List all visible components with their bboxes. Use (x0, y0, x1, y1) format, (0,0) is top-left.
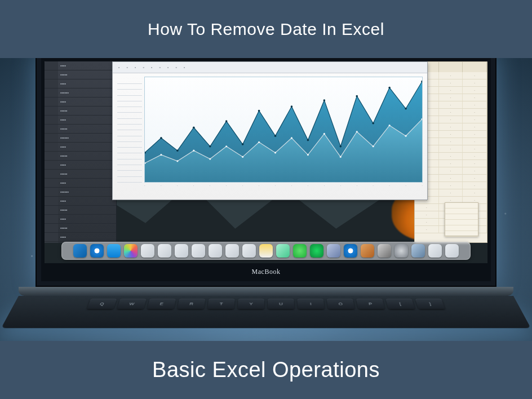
dock-icon-safari[interactable] (90, 244, 104, 258)
svg-point-12 (340, 145, 342, 148)
key-Q: Q (87, 299, 117, 309)
svg-point-19 (160, 154, 162, 156)
dock-icon-app13[interactable] (428, 244, 442, 258)
dock-icon-app10[interactable] (361, 244, 374, 258)
svg-point-34 (405, 135, 406, 137)
dock-icon-mail[interactable] (107, 244, 121, 258)
svg-point-30 (340, 156, 342, 158)
dock-icon-app3[interactable] (175, 244, 188, 258)
svg-point-8 (274, 135, 277, 137)
svg-point-7 (258, 110, 260, 112)
dock-icon-app5[interactable] (209, 244, 222, 258)
chart-x-labels: ·················· (144, 184, 423, 190)
svg-point-15 (388, 87, 391, 89)
chart-window: ▫▫▫▫▫▫▫▫▫ ·················· (112, 61, 428, 200)
svg-point-11 (323, 99, 326, 101)
footer-band: Basic Excel Operations (0, 341, 532, 399)
hero-image: ▪▪▪▪▪▪▪▪▪▪▪▪▪▪▪▪▪▪▪▪▪▪▪ ▪▪▪▪▪▪▪▪▪▪▪▪▪▪▪▪… (0, 58, 532, 341)
svg-point-29 (323, 133, 325, 135)
laptop-keyboard: QWERTYUIOP[] (1, 296, 531, 328)
laptop: ▪▪▪▪▪▪▪▪▪▪▪▪▪▪▪▪▪▪▪▪▪▪▪ ▪▪▪▪▪▪▪▪▪▪▪▪▪▪▪▪… (36, 58, 496, 341)
svg-point-2 (176, 149, 179, 152)
dock-icon-app7[interactable] (242, 244, 256, 258)
chart-plot-area (144, 77, 423, 183)
key-W: W (117, 299, 147, 309)
svg-point-10 (307, 139, 309, 141)
laptop-screen-frame: ▪▪▪▪▪▪▪▪▪▪▪▪▪▪▪▪▪▪▪▪▪▪▪ ▪▪▪▪▪▪▪▪▪▪▪▪▪▪▪▪… (36, 58, 496, 287)
key-P: P (356, 299, 385, 309)
key-Y: Y (238, 299, 264, 309)
svg-point-33 (389, 125, 391, 126)
dock-icon-notes[interactable] (259, 244, 273, 258)
key-U: U (268, 299, 294, 309)
laptop-screen: ▪▪▪▪▪▪▪▪▪▪▪▪▪▪▪▪▪▪▪▪▪▪▪ ▪▪▪▪▪▪▪▪▪▪▪▪▪▪▪▪… (45, 61, 487, 263)
dock-icon-app12[interactable] (411, 244, 425, 258)
footer-title: Basic Excel Operations (152, 358, 380, 382)
svg-point-26 (274, 152, 276, 153)
svg-point-1 (160, 137, 162, 139)
chart-toolbar: ▫▫▫▫▫▫▫▫▫ (113, 62, 427, 73)
macos-dock[interactable] (61, 242, 471, 260)
dock-icon-messages[interactable] (293, 244, 307, 258)
svg-point-9 (291, 105, 293, 108)
row-headers-left (45, 61, 58, 243)
svg-point-31 (356, 131, 358, 132)
laptop-brand-label: MacBook (37, 268, 495, 280)
mini-spreadsheet (445, 202, 478, 236)
dock-icon-app8[interactable] (276, 244, 290, 258)
svg-point-27 (291, 137, 292, 139)
svg-point-4 (209, 145, 211, 148)
svg-point-32 (373, 145, 374, 147)
svg-point-22 (209, 158, 211, 159)
keyboard-row: QWERTYUIOP[] (11, 299, 520, 309)
svg-point-16 (405, 108, 407, 110)
dock-icon-app14[interactable] (445, 244, 459, 258)
key-]: ] (415, 299, 445, 309)
key-T: T (207, 299, 235, 309)
dock-icon-app2[interactable] (158, 244, 171, 258)
svg-point-25 (258, 141, 260, 143)
header-band: How To Remove Date In Excel (0, 0, 532, 58)
svg-point-20 (176, 160, 178, 162)
dock-icon-safari2[interactable] (344, 244, 357, 258)
svg-point-23 (225, 145, 227, 147)
dock-icon-app9[interactable] (327, 244, 340, 258)
dock-icon-app6[interactable] (225, 244, 239, 258)
dock-icon-photos[interactable] (124, 244, 138, 258)
svg-point-14 (372, 122, 374, 125)
dock-icon-app11[interactable] (378, 244, 391, 258)
dock-icon-finder[interactable] (73, 244, 87, 258)
key-R: R (178, 299, 206, 309)
spreadsheet-panel-left: ▪▪▪▪▪▪▪▪▪▪▪▪▪▪▪▪▪▪▪▪▪▪▪ ▪▪▪▪▪▪▪▪▪▪▪▪▪▪▪▪… (45, 61, 117, 243)
key-[: [ (385, 299, 415, 309)
key-I: I (297, 299, 325, 309)
svg-point-6 (242, 143, 244, 145)
svg-point-13 (356, 95, 358, 97)
laptop-hinge (19, 287, 513, 296)
cells-left: ▪▪▪▪▪▪▪▪▪▪▪▪▪▪▪▪▪▪▪▪▪▪▪ ▪▪▪▪▪▪▪▪▪▪▪▪▪▪▪▪… (58, 61, 116, 243)
page-title: How To Remove Date In Excel (148, 20, 384, 39)
svg-point-28 (307, 154, 309, 156)
dock-icon-spotify[interactable] (310, 244, 323, 258)
key-E: E (147, 299, 176, 309)
svg-point-24 (242, 156, 243, 158)
chart-y-labels (117, 79, 142, 183)
dock-icon-app4[interactable] (192, 244, 205, 258)
dock-icon-settings[interactable] (394, 244, 408, 258)
svg-point-21 (193, 150, 194, 152)
chart-body: ·················· (113, 73, 427, 193)
svg-point-17 (421, 81, 422, 83)
svg-point-5 (225, 120, 228, 122)
key-O: O (327, 299, 355, 309)
dock-icon-app1[interactable] (141, 244, 154, 258)
svg-point-3 (193, 126, 195, 128)
